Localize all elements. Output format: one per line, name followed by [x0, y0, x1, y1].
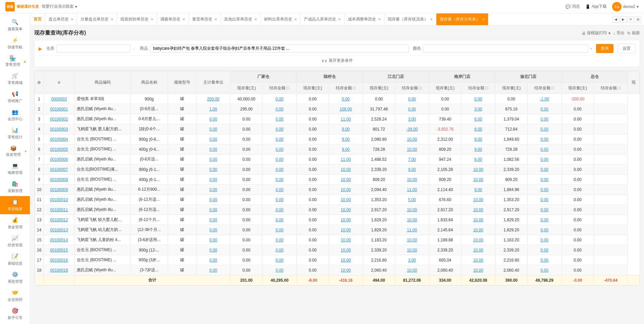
table-cell[interactable]: 00100003	[44, 124, 74, 134]
table-cell[interactable]: 0.00	[263, 114, 297, 124]
table-cell[interactable]: 200.00	[196, 94, 230, 104]
table-cell[interactable]: 0.00	[196, 165, 230, 175]
export-btn[interactable]: ↓ 导出	[613, 30, 625, 36]
tab-home[interactable]: 首页	[30, 13, 45, 26]
table-cell[interactable]: 00100012	[44, 215, 74, 225]
table-cell[interactable]: 0.00	[196, 225, 230, 235]
table-cell[interactable]: 0.00	[196, 245, 230, 255]
table-cell[interactable]: 10.00	[329, 205, 363, 215]
tab-close-all-btn[interactable]: ✕	[627, 16, 634, 23]
table-cell[interactable]: 10.00	[329, 215, 363, 225]
table-cell[interactable]: 0.00	[528, 255, 562, 265]
table-cell[interactable]: 0.00	[528, 265, 562, 275]
table-cell[interactable]: 0.00	[528, 215, 562, 225]
table-cell[interactable]: 10.00	[329, 245, 363, 255]
table-cell[interactable]: 0.00	[263, 175, 297, 185]
table-cell[interactable]: 0.00	[196, 144, 230, 154]
table-cell[interactable]: 11.00	[395, 185, 429, 195]
table-cell[interactable]: 0.00	[263, 144, 297, 154]
table-cell[interactable]: 10.00	[395, 205, 429, 215]
table-cell[interactable]: 00100009	[44, 185, 74, 195]
table-cell[interactable]: 0.00	[263, 165, 297, 175]
table-cell[interactable]: 3.00	[395, 255, 429, 265]
table-cell[interactable]: 10.00	[395, 235, 429, 245]
table-cell[interactable]: 10.00	[461, 215, 495, 225]
table-cell[interactable]: 0.00	[196, 124, 230, 134]
table-cell[interactable]: 00100004	[44, 134, 74, 144]
sidebar-item-guide[interactable]: 🎯 新手引导	[0, 305, 30, 323]
table-cell[interactable]: 0.00	[263, 265, 297, 275]
table-cell[interactable]: 10.00	[395, 245, 429, 255]
expand-conditions-btn[interactable]: ∨∨ 展开更多条件	[39, 58, 636, 63]
table-cell[interactable]: 0.00	[329, 94, 363, 104]
table-cell[interactable]: 0.00	[196, 114, 230, 124]
table-cell[interactable]: 10.00	[395, 134, 429, 144]
table-cell[interactable]: 00100016	[44, 255, 74, 265]
table-cell[interactable]: 0.00	[528, 225, 562, 235]
color-input[interactable]	[423, 45, 588, 53]
table-cell[interactable]: 0.00	[263, 195, 297, 205]
table-cell[interactable]: 10.00	[461, 175, 495, 185]
table-cell[interactable]: 10.00	[461, 245, 495, 255]
table-cell[interactable]: 0.00	[196, 255, 230, 265]
table-cell[interactable]: 10.00	[329, 235, 363, 245]
table-cell[interactable]: 10.00	[395, 215, 429, 225]
table-cell[interactable]: 0.00	[263, 134, 297, 144]
tab-product-in[interactable]: 产成品入库单历史 ✕	[301, 13, 344, 26]
table-cell[interactable]: 0.00	[196, 215, 230, 225]
close-icon[interactable]: ✕	[338, 17, 341, 21]
table-cell[interactable]: 10.00	[461, 165, 495, 175]
table-cell[interactable]: 0.00	[196, 154, 230, 165]
table-cell[interactable]: -39.00	[395, 124, 429, 134]
table-cell[interactable]: 0.00	[196, 175, 230, 185]
table-cell[interactable]: 0.00	[528, 205, 562, 215]
table-cell[interactable]: 11.00	[329, 114, 363, 124]
table-cell[interactable]: 00100005	[44, 144, 74, 154]
close-icon[interactable]: ✕	[294, 17, 297, 21]
table-cell[interactable]: 00100006	[44, 154, 74, 165]
table-cell[interactable]: 10.00	[329, 185, 363, 195]
table-cell[interactable]: 00100018	[44, 265, 74, 275]
table-cell[interactable]: 00100010	[44, 195, 74, 205]
table-cell[interactable]: 00100008	[44, 175, 74, 185]
table-cell[interactable]: 6.00	[461, 114, 495, 124]
table-cell[interactable]: 0.00	[196, 265, 230, 275]
table-cell[interactable]: 10.00	[461, 235, 495, 245]
tab-partial-stocktake[interactable]: 分量盘点单历史 ✕	[77, 13, 117, 26]
sidebar-item-retail[interactable]: 🏪 零售管理 ▲	[0, 52, 30, 70]
table-cell[interactable]: 9.00	[461, 144, 495, 154]
table-cell[interactable]: 0.00	[263, 215, 297, 225]
sidebar-item-quicknav[interactable]: ⚡ 快捷导航	[0, 34, 30, 52]
close-icon[interactable]: ✕	[214, 17, 217, 21]
table-cell[interactable]: 10.00	[461, 225, 495, 235]
sidebar-item-basic-info[interactable]: 📝 基础信息	[0, 250, 30, 269]
table-cell[interactable]: 0.00	[528, 134, 562, 144]
table-cell[interactable]: 0.00	[196, 195, 230, 205]
table-cell[interactable]: 0.00	[263, 245, 297, 255]
close-icon[interactable]: ✕	[151, 17, 153, 21]
table-cell[interactable]: 10.00	[395, 265, 429, 275]
table-cell[interactable]: 0.00	[528, 154, 562, 165]
table-cell[interactable]: 10.00	[329, 255, 363, 265]
sidebar-item-management[interactable]: 📈 经营管理	[0, 232, 30, 250]
table-cell[interactable]: 0.00	[263, 104, 297, 114]
close-icon[interactable]: ✕	[71, 17, 73, 21]
tab-other-out[interactable]: 其他出库单历史 ✕	[221, 13, 261, 26]
sidebar-item-member[interactable]: 👥 会员中心	[0, 106, 30, 124]
user-area[interactable]: 现存量查询(库存分布) Ea demo2 ▾	[612, 2, 639, 11]
table-cell[interactable]: 0.00	[263, 94, 297, 104]
table-cell[interactable]: 10.00	[329, 165, 363, 175]
table-cell[interactable]: 10.00	[329, 195, 363, 205]
tab-material-out[interactable]: 材料出库单历史 ✕	[261, 13, 301, 26]
table-cell[interactable]: 00100013	[44, 225, 74, 235]
table-cell[interactable]: -1.00	[528, 94, 562, 104]
table-cell[interactable]: 0.00	[528, 235, 562, 245]
table-cell[interactable]: 0.00	[528, 144, 562, 154]
sidebar-item-retail-stats[interactable]: 📊 零售统计	[0, 124, 30, 142]
table-cell[interactable]: 10.00	[329, 175, 363, 185]
product-input[interactable]	[150, 45, 409, 53]
table-cell[interactable]: 00100001	[44, 104, 74, 114]
app-download-btn[interactable]: 📱 App下载	[585, 4, 607, 9]
table-cell[interactable]: 11.00	[395, 225, 429, 235]
message-btn[interactable]: 💬 消息	[566, 4, 580, 9]
